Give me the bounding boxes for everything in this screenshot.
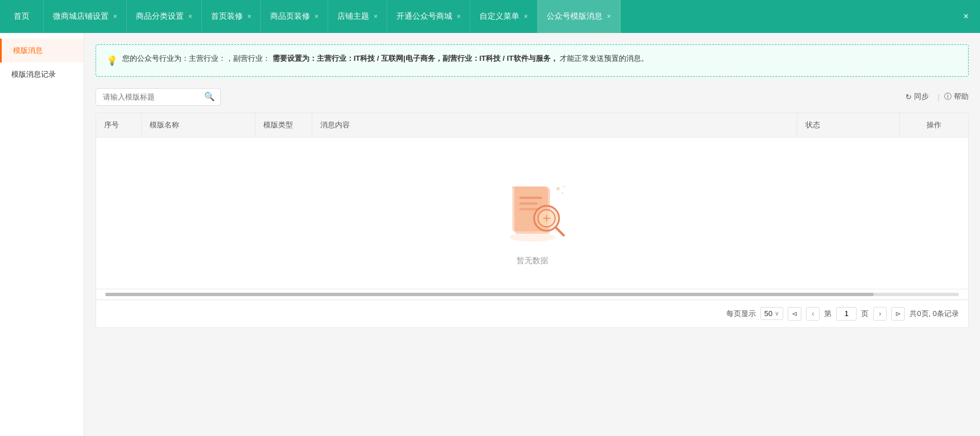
nav-tab-home-label: 首页: [14, 11, 30, 22]
nav-tab-homepage-close[interactable]: ×: [247, 13, 251, 20]
last-page-button[interactable]: ⊳: [891, 307, 905, 321]
per-page-label: 每页显示: [726, 309, 756, 319]
scroll-wrapper: [96, 289, 969, 300]
nav-tab-theme-close[interactable]: ×: [374, 13, 378, 20]
search-button[interactable]: 🔍: [204, 92, 215, 102]
svg-point-9: [556, 187, 560, 190]
nav-tab-shop-settings[interactable]: 微商城店铺设置 ×: [44, 0, 127, 33]
nav-tab-product-page-label: 商品页装修: [270, 11, 310, 22]
notice-content: 您的公众号行业为：主营行业：，副营行业： 需要设置为：主营行业：IT科技 / 互…: [122, 53, 648, 65]
nav-tab-product-page-close[interactable]: ×: [315, 13, 319, 20]
notice-prefix: 您的公众号行业为：主营行业：，副营行业：: [122, 54, 270, 63]
nav-tab-custom-menu-label: 自定义菜单: [479, 11, 519, 22]
col-header-content: 消息内容: [312, 113, 797, 137]
nav-tab-homepage-label: 首页装修: [211, 11, 243, 22]
svg-line-6: [556, 228, 564, 235]
nav-tab-theme[interactable]: 店铺主题 ×: [328, 0, 387, 33]
notice-suffix: 才能正常发送预置的消息。: [560, 54, 648, 63]
empty-state: 暂无数据: [96, 138, 969, 289]
page-word: 第: [824, 309, 832, 319]
sidebar-item-template-msg-log[interactable]: 模版消息记录: [0, 63, 84, 86]
toolbar-divider: |: [938, 93, 940, 101]
per-page-value: 50: [764, 309, 772, 318]
help-circle-icon: ⓘ: [944, 92, 952, 102]
sync-button[interactable]: ↻ 同步: [905, 92, 929, 102]
next-page-button[interactable]: ›: [873, 307, 887, 321]
top-navigation: 首页 微商城店铺设置 × 商品分类设置 × 首页装修 × 商品页装修 × 店铺主…: [0, 0, 980, 33]
notice-highlight: 需要设置为：主营行业：IT科技 / 互联网|电子商务，副营行业：IT科技 / I…: [272, 54, 558, 63]
search-left: 🔍: [96, 88, 221, 106]
svg-point-0: [510, 232, 555, 242]
nav-tab-template-msg[interactable]: 公众号模版消息 ×: [537, 0, 621, 33]
nav-tab-category-close[interactable]: ×: [188, 13, 192, 20]
col-header-seq: 序号: [96, 113, 142, 137]
main-container: 模版消息 模版消息记录 💡 您的公众号行业为：主营行业：，副营行业： 需要设置为…: [0, 33, 980, 436]
nav-tab-homepage[interactable]: 首页装修 ×: [202, 0, 261, 33]
scroll-track[interactable]: [105, 293, 959, 296]
nav-tab-category-label: 商品分类设置: [136, 11, 184, 22]
help-button[interactable]: ⓘ 帮助: [944, 92, 969, 102]
scroll-thumb: [105, 293, 874, 296]
content-area: 💡 您的公众号行业为：主营行业：，副营行业： 需要设置为：主营行业：IT科技 /…: [84, 33, 980, 436]
notice-box: 💡 您的公众号行业为：主营行业：，副营行业： 需要设置为：主营行业：IT科技 /…: [96, 44, 969, 77]
nav-tab-shop-settings-label: 微商城店铺设置: [53, 11, 109, 22]
nav-tab-template-msg-label: 公众号模版消息: [547, 11, 602, 22]
sidebar-item-template-msg-log-label: 模版消息记录: [11, 70, 56, 78]
notice-icon: 💡: [106, 53, 118, 68]
nav-tab-template-msg-close[interactable]: ×: [607, 13, 611, 20]
svg-point-11: [563, 185, 564, 187]
per-page-select[interactable]: 50 ∨: [760, 307, 783, 320]
nav-tab-open-mall-close[interactable]: ×: [457, 13, 461, 20]
nav-tab-theme-label: 店铺主题: [337, 11, 369, 22]
table-header: 序号 模版名称 模版类型 消息内容 状态 操作: [96, 113, 969, 138]
col-header-name: 模版名称: [142, 113, 255, 137]
sync-label: 同步: [914, 92, 929, 102]
nav-tab-open-mall-label: 开通公众号商城: [396, 11, 452, 22]
empty-text: 暂无数据: [516, 256, 548, 266]
nav-tab-category[interactable]: 商品分类设置 ×: [127, 0, 202, 33]
nav-tab-shop-settings-close[interactable]: ×: [113, 13, 117, 20]
search-input[interactable]: [96, 88, 221, 106]
nav-tab-custom-menu-close[interactable]: ×: [524, 13, 528, 20]
svg-rect-1: [519, 197, 542, 199]
page-number-input[interactable]: [836, 307, 857, 321]
toolbar-right: ↻ 同步 | ⓘ 帮助: [905, 92, 969, 102]
search-toolbar: 🔍 ↻ 同步 | ⓘ 帮助: [96, 88, 969, 106]
sidebar: 模版消息 模版消息记录: [0, 33, 84, 436]
svg-rect-2: [519, 202, 537, 205]
first-page-button[interactable]: ⊲: [788, 307, 801, 321]
prev-page-button[interactable]: ‹: [806, 307, 820, 321]
col-header-type: 模版类型: [255, 113, 312, 137]
nav-tab-home[interactable]: 首页: [0, 0, 44, 33]
empty-illustration: [495, 172, 569, 246]
svg-point-10: [561, 192, 564, 194]
nav-tab-custom-menu[interactable]: 自定义菜单 ×: [470, 0, 537, 33]
nav-tab-product-page[interactable]: 商品页装修 ×: [261, 0, 328, 33]
col-header-action: 操作: [900, 113, 968, 137]
page-unit: 页: [861, 309, 869, 319]
pagination-area: 每页显示 50 ∨ ⊲ ‹ 第 页 › ⊳ 共0页, 0条记录: [96, 300, 969, 328]
nav-close-all-button[interactable]: ×: [952, 11, 980, 22]
col-header-status: 状态: [797, 113, 900, 137]
sync-icon: ↻: [905, 93, 912, 101]
search-input-wrapper: 🔍: [96, 88, 221, 106]
sidebar-item-template-msg[interactable]: 模版消息: [0, 39, 84, 63]
help-label: 帮助: [954, 92, 969, 102]
per-page-chevron-icon: ∨: [775, 310, 779, 317]
nav-tab-open-mall[interactable]: 开通公众号商城 ×: [387, 0, 470, 33]
data-table: 序号 模版名称 模版类型 消息内容 状态 操作: [96, 113, 969, 328]
page-total: 共0页, 0条记录: [909, 309, 959, 319]
sidebar-item-template-msg-label: 模版消息: [13, 46, 43, 55]
